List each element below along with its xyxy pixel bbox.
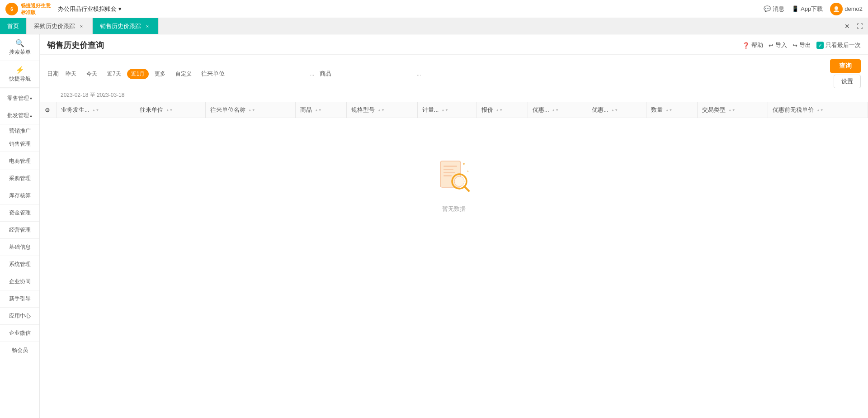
date-btn-today[interactable]: 今天 [82,69,101,79]
only-last-checkbox[interactable]: ✓ [816,42,824,49]
only-last-label: 只看最后一次 [826,41,861,49]
table-header-goods[interactable]: 商品 ▲▼ [296,102,347,118]
sidebar-item-label: 畅会员 [12,347,28,354]
sidebar-item-sales-mgmt[interactable]: 销售管理 [0,138,39,151]
message-icon: 💬 [764,5,771,12]
goods-input[interactable] [334,69,414,78]
sort-icons: ▲▼ [166,109,173,112]
table-header-trade-type[interactable]: 交易类型 ▲▼ [698,102,768,118]
sidebar-item-label: 批发管理 [7,112,29,119]
partner-filter-label: 往来单位 [201,70,225,78]
sidebar-item-quick-nav[interactable]: ⚡ 快捷导航 [0,61,39,88]
sidebar-item-vip-member[interactable]: 畅会员 [0,342,39,359]
sort-icons: ▲▼ [248,109,255,112]
close-sales-tab-icon[interactable]: × [144,23,151,30]
table-container: ⚙ 业务发生... ▲▼ 往来单位 ▲▼ 往来单位名称 ▲▼ [40,102,868,418]
table-header-partner-code[interactable]: 往来单位 ▲▼ [135,102,206,118]
sidebar-item-inventory-check[interactable]: 库存核算 [0,187,39,204]
partner-input[interactable] [227,69,307,78]
sidebar-item-purchase-mgmt[interactable]: 采购管理 [0,170,39,187]
svg-point-9 [454,176,464,186]
export-button[interactable]: ↪ 导出 [793,41,811,49]
tab-bar: 首页 采购历史价跟踪 × 销售历史价跟踪 × ✕ ⛶ [0,18,868,34]
tab-bar-actions: ✕ ⛶ [839,18,868,34]
app-selector[interactable]: 办公用品行业模拟账套 ▾ [54,5,125,13]
table-header-gear[interactable]: ⚙ [40,102,57,118]
goods-ellipsis-button[interactable]: ... [416,71,421,77]
tab-purchase-history[interactable]: 采购历史价跟踪 × [27,18,93,34]
close-purchase-tab-icon[interactable]: × [78,23,85,30]
purchase-history-tab-label: 采购历史价跟踪 [34,22,75,30]
home-tab-label: 首页 [7,22,19,30]
sidebar-item-new-guide[interactable]: 新手引导 [0,290,39,308]
sidebar-item-wholesale-mgmt[interactable]: 批发管理 ▴ [0,107,39,124]
sidebar-item-finance-mgmt[interactable]: 资金管理 [0,204,39,222]
table-header-pretax-price[interactable]: 优惠前无税单价 ▲▼ [768,102,868,118]
sidebar-item-marketing-promo[interactable]: 营销推广 [0,124,39,138]
empty-state-icon: ✦ ✦ [431,154,476,200]
date-btn-more[interactable]: 更多 [151,69,170,79]
import-button[interactable]: ↩ 导入 [769,41,787,49]
help-button[interactable]: ❓ 帮助 [742,41,763,49]
date-shortcuts: 昨天 今天 近7天 近1月 更多 自定义 [61,69,196,79]
svg-rect-7 [443,175,452,176]
import-icon: ↩ [769,42,774,49]
sidebar-item-label: 系统管理 [9,261,31,268]
date-btn-custom[interactable]: 自定义 [171,69,196,79]
date-btn-yesterday[interactable]: 昨天 [61,69,80,79]
sidebar-item-retail-mgmt[interactable]: 零售管理 ▾ [0,90,39,107]
data-table: ⚙ 业务发生... ▲▼ 往来单位 ▲▼ 往来单位名称 ▲▼ [40,102,868,118]
sidebar-item-search-menu[interactable]: 🔍 搜索菜单 [0,34,39,61]
fullscreen-button[interactable]: ⛶ [855,22,864,31]
query-button[interactable]: 查询 [830,59,861,73]
tab-home[interactable]: 首页 [0,18,27,34]
goods-filter-group: 商品 ... [320,69,421,78]
sort-icons: ▲▼ [665,109,673,112]
sidebar-item-label: 零售管理 [7,95,29,102]
table-header-biz-date[interactable]: 业务发生... ▲▼ [57,102,135,118]
message-action[interactable]: 💬 消息 [764,5,784,13]
table-header-spec[interactable]: 规格型号 ▲▼ [347,102,417,118]
table-header-partner-name[interactable]: 往来单位名称 ▲▼ [206,102,296,118]
date-filter-group: 日期 昨天 今天 近7天 近1月 更多 自定义 [47,69,196,79]
sidebar-item-system-mgmt[interactable]: 系统管理 [0,256,39,273]
search-icon: 🔍 [15,39,24,48]
sidebar-item-app-center[interactable]: 应用中心 [0,308,39,325]
sort-icons: ▲▼ [92,109,99,112]
sort-icons: ▲▼ [441,109,448,112]
sidebar-item-ecommerce-mgmt[interactable]: 电商管理 [0,153,39,170]
sales-history-tab-label: 销售历史价跟踪 [100,22,141,30]
date-range-display: 2023-02-18 至 2023-03-18 [40,91,868,102]
sidebar-divider-2 [0,152,39,152]
close-all-tabs-button[interactable]: ✕ [843,22,852,31]
goods-filter-label: 商品 [320,70,331,78]
partner-filter-group: 往来单位 ... [201,69,314,78]
page-header-actions: ❓ 帮助 ↩ 导入 ↪ 导出 ✓ 只看最后一次 [742,41,861,49]
user-profile[interactable]: demo2 [830,3,863,15]
download-action[interactable]: 📱 App下载 [792,5,823,13]
main-layout: 🔍 搜索菜单 ⚡ 快捷导航 零售管理 ▾ 批发管理 ▴ 营销推广 销售管理 电商… [0,34,868,418]
sidebar-item-enterprise-wechat[interactable]: 企业微信 [0,325,39,342]
gear-icon[interactable]: ⚙ [45,107,50,114]
export-label: 导出 [799,41,811,49]
table-header-discount2[interactable]: 优惠... ▲▼ [587,102,646,118]
app-selector-label: 办公用品行业模拟账套 [58,5,117,13]
top-header: 6 畅捷通好生意 标准版 办公用品行业模拟账套 ▾ 💬 消息 📱 App下载 d… [0,0,868,18]
sidebar-item-basic-info[interactable]: 基础信息 [0,239,39,256]
sidebar-item-enterprise-agree[interactable]: 企业协同 [0,273,39,290]
table-header-quote[interactable]: 报价 ▲▼ [476,102,528,118]
date-btn-1month[interactable]: 近1月 [127,69,149,79]
svg-rect-4 [443,166,457,167]
logo-text: 畅捷通好生意 标准版 [21,2,51,15]
sidebar-item-label: 库存核算 [9,192,31,200]
setting-button[interactable]: 设置 [834,75,861,88]
logo-icon: 6 [5,3,18,15]
partner-ellipsis-button[interactable]: ... [310,71,314,77]
table-header-qty[interactable]: 数量 ▲▼ [646,102,698,118]
tab-sales-history[interactable]: 销售历史价跟踪 × [93,18,159,34]
table-header-discount1[interactable]: 优惠... ▲▼ [528,102,587,118]
date-btn-7days[interactable]: 近7天 [103,69,125,79]
table-header-unit[interactable]: 计量... ▲▼ [417,102,476,118]
only-last-checkbox-group[interactable]: ✓ 只看最后一次 [816,41,861,49]
sidebar-item-operations-mgmt[interactable]: 经营管理 [0,222,39,239]
